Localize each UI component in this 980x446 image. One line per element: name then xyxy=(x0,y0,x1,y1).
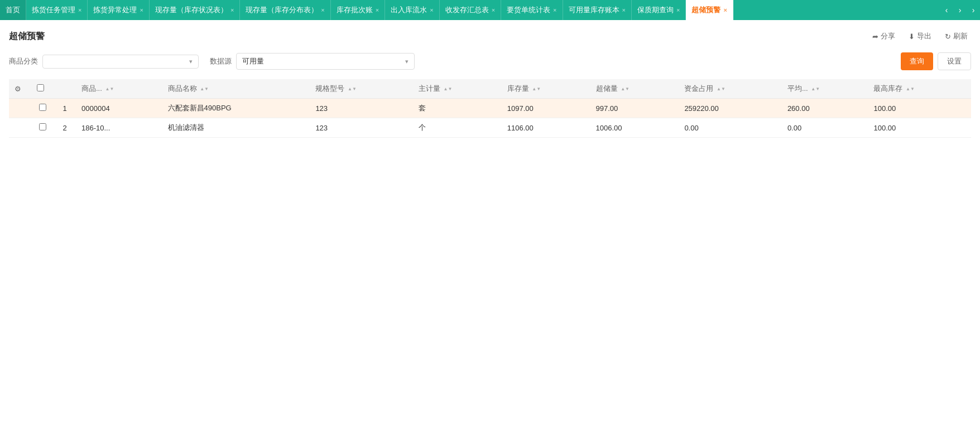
filter-row: 商品分类 ▾ 数据源 可用量 ▾ 查询 设置 xyxy=(9,52,971,70)
nav-item-purchase-stats[interactable]: 要货单统计表 × xyxy=(501,0,563,20)
row-checkbox-cell[interactable] xyxy=(31,99,54,118)
close-icon[interactable]: × xyxy=(140,7,143,13)
row-max-stock: 100.00 xyxy=(868,99,971,118)
close-icon[interactable]: × xyxy=(676,7,680,13)
close-icon[interactable]: × xyxy=(230,7,234,13)
chevron-down-icon: ▾ xyxy=(405,58,409,65)
th-product-name[interactable]: 商品名称 ▲▼ xyxy=(162,79,310,99)
nav-label: 拣货异常处理 xyxy=(93,5,137,15)
export-button[interactable]: ⬇ 导出 xyxy=(905,29,935,43)
nav-label: 超储预警 xyxy=(691,5,720,15)
row-checkbox-cell[interactable] xyxy=(31,118,54,138)
row-checkbox[interactable] xyxy=(39,123,46,130)
filter-datasource: 数据源 可用量 ▾ xyxy=(210,53,415,70)
nav-label: 首页 xyxy=(6,5,20,15)
nav-item-overstock[interactable]: 超储预警 × xyxy=(686,0,733,20)
page-header: 超储预警 ➦ 分享 ⬇ 导出 ↻ 刷新 xyxy=(9,29,971,43)
nav-label: 保质期查询 xyxy=(637,5,674,15)
row-product-code: 186-10... xyxy=(76,118,162,138)
close-icon[interactable]: × xyxy=(430,7,433,13)
refresh-label: 刷新 xyxy=(953,31,968,41)
nav-item-inventory-status[interactable]: 现存量（库存状况表） × xyxy=(150,0,240,20)
close-icon[interactable]: × xyxy=(376,7,379,13)
filter-right: 查询 设置 xyxy=(901,52,971,70)
row-spec-model: 123 xyxy=(310,99,413,118)
row-index: 2 xyxy=(54,118,76,138)
sort-icon: ▲▼ xyxy=(200,87,209,91)
th-capital[interactable]: 资金占用 ▲▼ xyxy=(679,79,782,99)
export-icon: ⬇ xyxy=(909,32,915,41)
share-button[interactable]: ➦ 分享 xyxy=(869,29,899,43)
nav-label: 库存批次账 xyxy=(337,5,373,15)
query-button[interactable]: 查询 xyxy=(901,52,933,70)
sort-icon: ▲▼ xyxy=(532,87,541,91)
chevron-down-icon: ▾ xyxy=(189,58,193,65)
data-table: ⚙ 商品... ▲▼ 商品名称 ▲▼ 规格型号 ▲▼ xyxy=(9,79,971,138)
row-avg: 260.00 xyxy=(782,99,868,118)
sort-icon: ▲▼ xyxy=(621,87,630,91)
close-icon[interactable]: × xyxy=(78,7,81,13)
row-checkbox[interactable] xyxy=(39,104,46,111)
refresh-icon: ↻ xyxy=(945,32,951,41)
th-spec-model[interactable]: 规格型号 ▲▼ xyxy=(310,79,413,99)
nav-item-exception[interactable]: 拣货异常处理 × xyxy=(88,0,149,20)
nav-label: 现存量（库存分布表） xyxy=(246,5,318,15)
row-product-name: 机油滤清器 xyxy=(162,118,310,138)
table-row: 1 0000004 六配套新昌490BPG 123 套 1097.00 997.… xyxy=(9,99,971,118)
th-gear[interactable]: ⚙ xyxy=(9,79,31,99)
th-product-code[interactable]: 商品... ▲▼ xyxy=(76,79,162,99)
export-label: 导出 xyxy=(917,31,931,41)
row-stock: 1106.00 xyxy=(502,118,590,138)
nav-more-button[interactable]: › xyxy=(967,0,980,20)
datasource-value: 可用量 xyxy=(242,56,264,66)
page-actions: ➦ 分享 ⬇ 导出 ↻ 刷新 xyxy=(869,29,971,43)
datasource-select[interactable]: 可用量 ▾ xyxy=(236,53,415,70)
top-navigation: 首页 拣货任务管理 × 拣货异常处理 × 现存量（库存状况表） × 现存量（库存… xyxy=(0,0,980,20)
nav-item-available[interactable]: 可用量库存账本 × xyxy=(563,0,632,20)
th-index xyxy=(54,79,76,99)
th-overstock[interactable]: 超储量 ▲▼ xyxy=(590,79,679,99)
row-stock: 1097.00 xyxy=(502,99,590,118)
table-row: 2 186-10... 机油滤清器 123 个 1106.00 1006.00 … xyxy=(9,118,971,138)
th-unit[interactable]: 主计量 ▲▼ xyxy=(413,79,502,99)
nav-item-summary[interactable]: 收发存汇总表 × xyxy=(440,0,501,20)
th-label: 资金占用 xyxy=(684,84,713,93)
close-icon[interactable]: × xyxy=(321,7,324,13)
row-gear xyxy=(9,99,31,118)
nav-item-flow[interactable]: 出入库流水 × xyxy=(385,0,439,20)
category-select[interactable]: ▾ xyxy=(42,55,199,69)
sort-icon: ▲▼ xyxy=(444,87,453,91)
select-all-checkbox[interactable] xyxy=(37,84,44,91)
refresh-button[interactable]: ↻ 刷新 xyxy=(941,29,971,43)
row-unit: 套 xyxy=(413,99,502,118)
category-label: 商品分类 xyxy=(9,56,38,66)
th-stock[interactable]: 库存量 ▲▼ xyxy=(502,79,590,99)
datasource-label: 数据源 xyxy=(210,56,232,66)
th-checkbox[interactable] xyxy=(31,79,54,99)
filter-left: 商品分类 ▾ 数据源 可用量 ▾ xyxy=(9,53,415,70)
nav-item-expiry[interactable]: 保质期查询 × xyxy=(632,0,686,20)
close-icon[interactable]: × xyxy=(553,7,556,13)
sort-icon: ▲▼ xyxy=(906,87,915,91)
table-header-row: ⚙ 商品... ▲▼ 商品名称 ▲▼ 规格型号 ▲▼ xyxy=(9,79,971,99)
row-spec-model: 123 xyxy=(310,118,413,138)
main-content: 超储预警 ➦ 分享 ⬇ 导出 ↻ 刷新 商品分类 ▾ xyxy=(0,20,980,446)
th-max-stock[interactable]: 最高库存 ▲▼ xyxy=(868,79,971,99)
th-label: 平均... xyxy=(787,84,808,93)
nav-prev-button[interactable]: ‹ xyxy=(940,0,953,20)
row-gear xyxy=(9,118,31,138)
settings-button[interactable]: 设置 xyxy=(938,52,971,70)
th-label: 主计量 xyxy=(419,84,440,93)
nav-next-button[interactable]: › xyxy=(953,0,967,20)
close-icon[interactable]: × xyxy=(723,7,727,13)
close-icon[interactable]: × xyxy=(492,7,495,13)
th-label: 超储量 xyxy=(596,84,618,93)
nav-item-inventory-dist[interactable]: 现存量（库存分布表） × xyxy=(240,0,330,20)
row-capital: 259220.00 xyxy=(679,99,782,118)
nav-item-home[interactable]: 首页 xyxy=(0,0,26,20)
th-avg[interactable]: 平均... ▲▼ xyxy=(782,79,868,99)
close-icon[interactable]: × xyxy=(622,7,626,13)
nav-item-batch[interactable]: 库存批次账 × xyxy=(331,0,385,20)
nav-item-task[interactable]: 拣货任务管理 × xyxy=(26,0,88,20)
row-index: 1 xyxy=(54,99,76,118)
